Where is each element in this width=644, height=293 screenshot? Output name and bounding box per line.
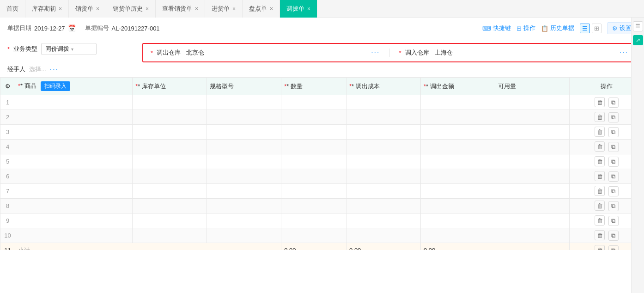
copy-btn-2[interactable]: ⧉ [608,112,619,122]
transfer-in-more-btn[interactable]: ··· [620,49,628,57]
tab-transfer[interactable]: 调拨单 × [280,0,317,18]
cost-cell-8[interactable] [346,199,421,214]
tab-view-sales-close[interactable]: × [195,6,198,12]
tab-sales-history-close[interactable]: × [146,6,149,12]
product-cell-4[interactable] [15,140,133,154]
handler-select[interactable]: 选择... [29,65,46,73]
unit-cell-5[interactable] [133,154,207,169]
product-cell-2[interactable] [15,110,133,125]
amount-cell-3[interactable] [421,125,495,140]
copy-btn-6[interactable]: ⧉ [608,171,619,182]
shortcuts-btn[interactable]: ⌨ 快捷键 [482,24,511,32]
business-type-dropdown[interactable]: 同价调拨 ▾ [41,43,97,55]
tab-inventory-init[interactable]: 库存期初 × [25,0,69,18]
scan-input-button[interactable]: 扫码录入 [41,81,70,91]
unit-cell-6[interactable] [133,169,207,184]
amount-cell-8[interactable] [421,199,495,214]
amount-cell-4[interactable] [421,140,495,154]
cost-cell-4[interactable] [346,140,421,154]
spec-cell-4[interactable] [207,140,281,154]
panel-share-btn[interactable]: ↗ [633,35,643,45]
tab-transfer-close[interactable]: × [307,6,310,12]
delete-btn-9[interactable]: 🗑 [595,215,605,226]
tab-purchase-order-close[interactable]: × [232,6,236,12]
amount-cell-7[interactable] [421,184,495,199]
tab-sales-order[interactable]: 销货单 × [69,0,106,18]
qty-cell-7[interactable] [281,184,346,199]
spec-cell-10[interactable] [207,228,281,243]
copy-btn-4[interactable]: ⧉ [608,142,619,152]
history-btn[interactable]: 📋 历史单据 [541,24,574,32]
amount-cell-5[interactable] [421,154,495,169]
delete-btn-11[interactable]: 🗑 [595,245,605,250]
unit-cell-2[interactable] [133,110,207,125]
product-cell-5[interactable] [15,154,133,169]
cost-cell-2[interactable] [346,110,421,125]
copy-btn-10[interactable]: ⧉ [608,231,619,241]
cost-cell-9[interactable] [346,214,421,228]
qty-cell-10[interactable] [281,228,346,243]
delete-btn-4[interactable]: 🗑 [595,141,605,152]
panel-list-btn[interactable]: ☰ [633,21,643,31]
unit-cell-3[interactable] [133,125,207,140]
product-cell-7[interactable] [15,184,133,199]
cost-cell-1[interactable] [346,95,421,110]
gear-icon[interactable]: ⚙ [5,83,11,90]
amount-cell-10[interactable] [421,228,495,243]
amount-cell-9[interactable] [421,214,495,228]
qty-cell-5[interactable] [281,154,346,169]
delete-btn-1[interactable]: 🗑 [595,97,605,107]
copy-btn-7[interactable]: ⧉ [608,186,619,196]
qty-cell-2[interactable] [281,110,346,125]
product-cell-10[interactable] [15,228,133,243]
grid-view-btn[interactable]: ⊞ [592,24,601,33]
delete-btn-7[interactable]: 🗑 [595,186,605,196]
transfer-out-more-btn[interactable]: ··· [371,49,380,57]
tab-stocktake[interactable]: 盘点单 × [243,0,280,18]
handler-more-btn[interactable]: ··· [50,65,59,73]
unit-cell-9[interactable] [133,214,207,228]
spec-cell-2[interactable] [207,110,281,125]
tab-inventory-init-close[interactable]: × [59,6,62,12]
amount-cell-1[interactable] [421,95,495,110]
delete-btn-10[interactable]: 🗑 [595,230,605,240]
qty-cell-8[interactable] [281,199,346,214]
copy-btn-8[interactable]: ⧉ [608,201,619,211]
tab-stocktake-close[interactable]: × [270,6,273,12]
delete-btn-2[interactable]: 🗑 [595,112,605,122]
delete-btn-3[interactable]: 🗑 [595,127,605,137]
copy-btn-5[interactable]: ⧉ [608,157,619,167]
copy-btn-11[interactable]: ⧉ [608,245,619,250]
list-view-btn[interactable]: ☰ [580,24,590,33]
spec-cell-7[interactable] [207,184,281,199]
product-cell-1[interactable] [15,95,133,110]
spec-cell-1[interactable] [207,95,281,110]
qty-cell-6[interactable] [281,169,346,184]
amount-cell-2[interactable] [421,110,495,125]
cost-cell-5[interactable] [346,154,421,169]
spec-cell-3[interactable] [207,125,281,140]
tab-purchase-order[interactable]: 进货单 × [205,0,243,18]
tab-view-sales[interactable]: 查看销货单 × [156,0,205,18]
unit-cell-4[interactable] [133,140,207,154]
delete-btn-6[interactable]: 🗑 [595,171,605,181]
spec-cell-8[interactable] [207,199,281,214]
cost-cell-6[interactable] [346,169,421,184]
copy-btn-9[interactable]: ⧉ [608,216,619,226]
calendar-icon[interactable]: 📅 [68,24,76,32]
cost-cell-3[interactable] [346,125,421,140]
product-cell-6[interactable] [15,169,133,184]
spec-cell-6[interactable] [207,169,281,184]
col-gear[interactable]: ⚙ [0,78,15,95]
copy-btn-1[interactable]: ⧉ [608,98,619,108]
cost-cell-7[interactable] [346,184,421,199]
product-cell-8[interactable] [15,199,133,214]
delete-btn-8[interactable]: 🗑 [595,201,605,211]
unit-cell-10[interactable] [133,228,207,243]
qty-cell-4[interactable] [281,140,346,154]
copy-btn-3[interactable]: ⧉ [608,127,619,137]
tab-home[interactable]: 首页 [0,0,25,18]
qty-cell-9[interactable] [281,214,346,228]
amount-cell-6[interactable] [421,169,495,184]
operations-btn[interactable]: ⊞ 操作 [516,24,535,32]
